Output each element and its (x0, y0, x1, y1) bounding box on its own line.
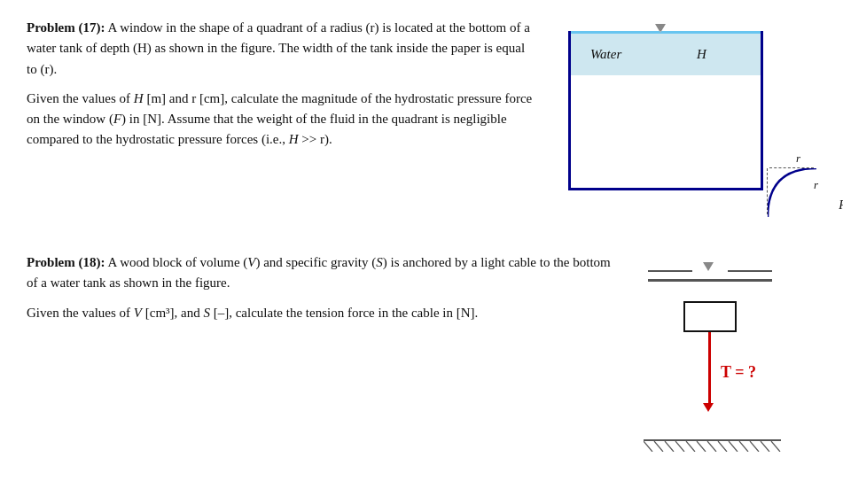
page-layout: Problem (17): A window in the shape of a… (27, 18, 816, 452)
figure-18: T = ? (639, 257, 816, 452)
problem-18-para2: Given the values of V [cm³], and S [–], … (27, 303, 621, 323)
problem-17-section: Problem (17): A window in the shape of a… (27, 18, 816, 217)
svg-line-1 (654, 441, 663, 452)
figure-17: Water H r r F = ? (550, 22, 816, 217)
ground-hatching18 (644, 441, 781, 452)
problem-18-desc2: Given the values of V [cm³], and S [–], … (27, 306, 478, 320)
svg-line-9 (739, 441, 748, 452)
problem-18-section: Problem (18): A wood block of volume (V)… (27, 252, 816, 452)
problem-18-text: Problem (18): A wood block of volume (V)… (27, 252, 621, 332)
quadrant-arc-svg (768, 168, 816, 217)
svg-line-2 (665, 441, 674, 452)
tank18-surface (648, 279, 772, 282)
F-label: F = ? (839, 198, 843, 213)
cable-arrow18-icon (703, 403, 714, 412)
problem-17-desc2: Given the values of H [m] and r [cm], ca… (27, 91, 532, 147)
surface-arrow18-icon (703, 262, 714, 271)
r-horiz-label: r (796, 151, 800, 166)
svg-line-4 (686, 441, 695, 452)
problem-18-desc1: A wood block of volume (V) and specific … (27, 255, 611, 290)
problem-17-title: Problem (17): (27, 20, 105, 35)
tank18-surface-left (648, 270, 692, 272)
tank18-surface-right (728, 270, 772, 272)
svg-line-10 (750, 441, 759, 452)
problem-17-text: Problem (17): A window in the shape of a… (27, 18, 533, 159)
problem-17-para1: Problem (17): A window in the shape of a… (27, 18, 533, 80)
svg-line-12 (771, 441, 780, 452)
T-label18: T = ? (721, 363, 756, 382)
svg-line-6 (707, 441, 716, 452)
svg-line-3 (675, 441, 684, 452)
svg-line-7 (718, 441, 727, 452)
quadrant-area (768, 168, 816, 217)
block18 (683, 301, 737, 332)
svg-line-8 (729, 441, 738, 452)
problem-17-para2: Given the values of H [m] and r [cm], ca… (27, 89, 533, 151)
H-label: H (697, 47, 706, 62)
problem-18-para1: Problem (18): A wood block of volume (V)… (27, 252, 621, 294)
svg-line-11 (761, 441, 769, 452)
water-label: Water (590, 47, 621, 62)
svg-line-0 (644, 441, 652, 452)
cable18 (708, 332, 711, 407)
problem-18-title: Problem (18): (27, 255, 105, 269)
svg-line-5 (697, 441, 706, 452)
